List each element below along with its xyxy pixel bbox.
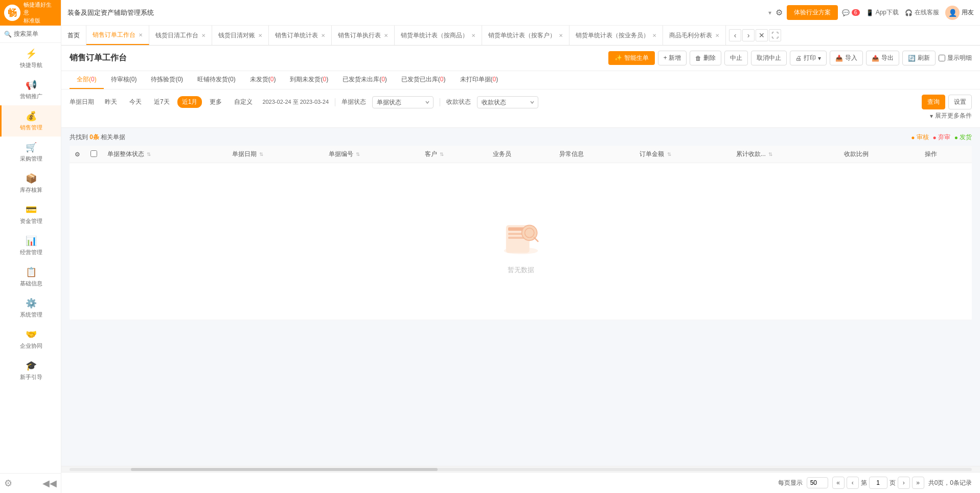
sidebar-item-purchase[interactable]: 🛒 采购管理 — [0, 137, 61, 168]
system-dropdown-icon[interactable]: ▾ — [768, 9, 771, 16]
tab-close-sales-workbench[interactable]: ✕ — [139, 32, 143, 38]
tab-close-sales-order-stats[interactable]: ✕ — [321, 33, 325, 38]
tab-close-sales-stats-customer[interactable]: ✕ — [559, 33, 563, 38]
sidebar-item-system[interactable]: ⚙️ 系统管理 — [0, 293, 61, 324]
subtab-all[interactable]: 全部(0) — [70, 71, 104, 89]
ship-action-link[interactable]: ● 发货 — [954, 133, 972, 142]
tab-close-sales-order-exec[interactable]: ✕ — [384, 33, 388, 38]
sidebar-item-basic-info[interactable]: 📋 基础信息 — [0, 261, 61, 293]
subtab-shipped-out[interactable]: 已发货已出库(0) — [394, 71, 453, 89]
content-area: 销售订单工作台 ✨ 智能生单 + 新增 🗑 删除 中止 取消中止 🖨 打印 ▾ … — [61, 46, 980, 493]
tab-close-cash-daily[interactable]: ✕ — [201, 33, 206, 38]
cancel-stop-btn[interactable]: 取消中止 — [751, 51, 787, 65]
import-btn[interactable]: 📥 导入 — [830, 51, 863, 65]
filter-settings-btn[interactable]: 设置 — [948, 95, 972, 109]
sidebar-item-guide[interactable]: 🎓 新手引导 — [0, 355, 61, 386]
tab-close-sales-stats-staff[interactable]: ✕ — [652, 33, 656, 38]
online-service-action[interactable]: 🎧 在线客服 — [905, 8, 939, 17]
sidebar-item-marketing[interactable]: 📢 营销推广 — [0, 74, 61, 105]
add-btn[interactable]: + 新增 — [658, 51, 687, 65]
sidebar-bottom: ⚙ ◀◀ — [0, 473, 61, 493]
unreview-action-link[interactable]: ● 弃审 — [933, 133, 950, 142]
sidebar-item-quick-nav[interactable]: ⚡ 快捷导航 — [0, 43, 61, 74]
sort-icon-amount[interactable]: ⇅ — [667, 151, 671, 157]
sidebar-item-finance[interactable]: 💳 资金管理 — [0, 199, 61, 230]
tab-sales-stats-product[interactable]: 销货单统计表（按商品） ✕ — [395, 26, 482, 45]
subtab-not-shipped[interactable]: 未发货(0) — [243, 71, 283, 89]
first-page-btn[interactable]: « — [832, 477, 845, 489]
show-detail-input[interactable] — [939, 55, 945, 61]
date-btn-1month[interactable]: 近1月 — [177, 96, 202, 108]
horizontal-scrollbar[interactable] — [61, 466, 980, 472]
payment-filter-select[interactable]: 收款状态 — [477, 96, 538, 108]
user-info[interactable]: 👤 用友 — [945, 6, 974, 20]
sort-icon-customer[interactable]: ⇅ — [440, 151, 444, 157]
th-gear[interactable]: ⚙ — [70, 146, 85, 163]
review-action-link[interactable]: ● 审核 — [911, 133, 928, 142]
subtab-shipped-not-out[interactable]: 已发货未出库(0) — [335, 71, 394, 89]
date-btn-today[interactable]: 今天 — [125, 96, 146, 108]
tab-sales-stats-staff[interactable]: 销货单统计表（按业务员） ✕ — [569, 26, 663, 45]
page-number-input[interactable] — [869, 477, 887, 489]
tab-sales-stats-customer[interactable]: 销货单统计表（按客户） ✕ — [482, 26, 569, 45]
smart-btn[interactable]: ✨ 智能生单 — [608, 51, 654, 65]
delete-btn[interactable]: 🗑 删除 — [690, 51, 721, 65]
tab-sales-workbench[interactable]: 销售订单工作台 ✕ — [86, 26, 149, 45]
subtab-pending-review[interactable]: 待审核(0) — [104, 71, 144, 89]
tab-fullscreen-btn[interactable]: ⛶ — [769, 29, 781, 41]
date-btn-7days[interactable]: 近7天 — [149, 96, 174, 108]
app-download-action[interactable]: 📱 App下载 — [866, 8, 899, 17]
tab-close-all-btn[interactable]: ✕ — [756, 29, 768, 41]
sort-icon-status[interactable]: ⇅ — [147, 151, 151, 157]
select-all-checkbox[interactable] — [90, 150, 97, 157]
sidebar-item-inventory[interactable]: 📦 库存核算 — [0, 168, 61, 199]
sidebar-item-enterprise[interactable]: 🤝 企业协同 — [0, 324, 61, 355]
subtab-pending-inspect[interactable]: 待拣验货(0) — [144, 71, 190, 89]
sort-icon-date[interactable]: ⇅ — [259, 151, 263, 157]
message-action[interactable]: 💬 6 — [842, 9, 860, 16]
topbar-gear-icon[interactable]: ⚙ — [776, 8, 783, 17]
tab-product-margin[interactable]: 商品毛利分析表 ✕ — [663, 26, 726, 45]
tab-home[interactable]: 首页 — [61, 26, 86, 45]
collapse-icon[interactable]: ◀◀ — [42, 478, 57, 489]
tab-sales-order-stats[interactable]: 销售订单统计表 ✕ — [269, 26, 332, 45]
subtab-expired-not-shipped[interactable]: 到期未发货(0) — [283, 71, 335, 89]
show-detail-checkbox[interactable]: 显示明细 — [939, 54, 972, 62]
sidebar-item-sales[interactable]: 💰 销售管理 — [0, 105, 61, 137]
sidebar-item-operation[interactable]: 📊 经营管理 — [0, 230, 61, 261]
tab-sales-order-exec[interactable]: 销售订单执行表 ✕ — [332, 26, 395, 45]
refresh-btn[interactable]: 🔄 刷新 — [902, 51, 936, 65]
tab-cash-daily[interactable]: 钱货日清工作台 ✕ — [149, 26, 212, 45]
tab-prev-btn[interactable]: ‹ — [729, 29, 741, 41]
status-filter-select[interactable]: 单据状态 — [372, 96, 434, 108]
query-btn[interactable]: 查询 — [922, 95, 945, 109]
search-menu[interactable]: 🔍 搜索菜单 — [0, 26, 61, 43]
export-btn[interactable]: 📤 导出 — [866, 51, 899, 65]
sort-icon-collected[interactable]: ⇅ — [768, 151, 772, 157]
logo-icon: 畅 — [4, 5, 20, 21]
scrollbar-thumb[interactable] — [131, 468, 438, 471]
scrollbar-track[interactable] — [70, 468, 972, 471]
date-btn-custom[interactable]: 自定义 — [230, 96, 257, 108]
tab-next-btn[interactable]: › — [742, 29, 755, 41]
date-btn-yesterday[interactable]: 昨天 — [100, 96, 122, 108]
tab-close-product-margin[interactable]: ✕ — [715, 33, 719, 38]
settings-gear-icon[interactable]: ⚙ — [4, 478, 12, 489]
prev-page-btn[interactable]: ‹ — [847, 477, 859, 489]
subtab-wangpu-pending[interactable]: 旺铺待发货(0) — [190, 71, 243, 89]
trial-button[interactable]: 体验行业方案 — [787, 5, 838, 20]
last-page-btn[interactable]: » — [912, 477, 924, 489]
sort-icon-number[interactable]: ⇅ — [356, 151, 360, 157]
next-page-btn[interactable]: › — [898, 477, 910, 489]
date-btn-more[interactable]: 更多 — [205, 96, 226, 108]
search-icon: 🔍 — [4, 31, 12, 38]
expand-more-btn[interactable]: ▾ 展开更多条件 — [930, 111, 972, 120]
tab-close-cash-reconcile[interactable]: ✕ — [258, 33, 262, 38]
print-btn[interactable]: 🖨 打印 ▾ — [790, 51, 827, 65]
tab-close-sales-stats-product[interactable]: ✕ — [471, 33, 475, 38]
tab-cash-reconcile[interactable]: 钱货日清对账 ✕ — [212, 26, 269, 45]
page-size-select[interactable]: 50 — [807, 477, 828, 488]
th-checkbox[interactable] — [85, 146, 102, 163]
subtab-not-printed[interactable]: 未打印单据(0) — [453, 71, 506, 89]
stop-btn[interactable]: 中止 — [724, 51, 748, 65]
